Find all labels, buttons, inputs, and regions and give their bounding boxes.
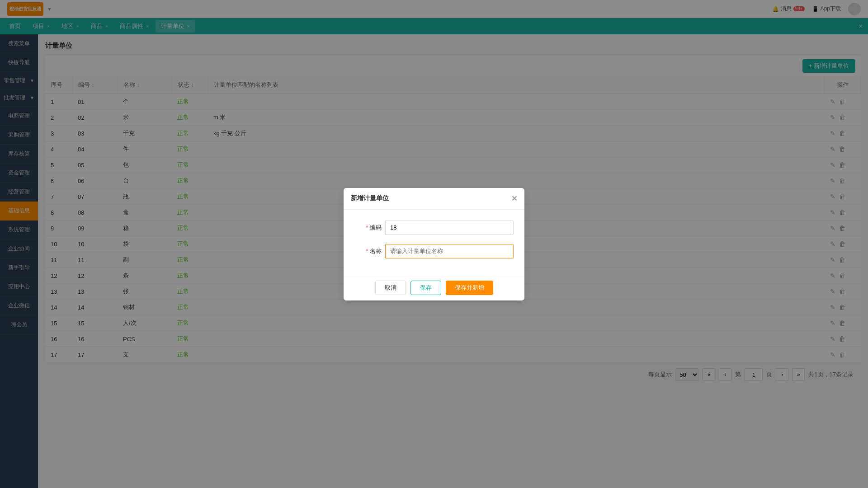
name-label: 名称 bbox=[354, 247, 382, 255]
save-button[interactable]: 保存 bbox=[410, 281, 441, 295]
code-input[interactable] bbox=[385, 221, 514, 235]
modal-add-unit: 新增计量单位 ✕ 编码 名称 取消 保存 保存并新增 bbox=[344, 188, 524, 300]
modal-footer: 取消 保存 保存并新增 bbox=[344, 275, 524, 300]
code-label: 编码 bbox=[354, 224, 382, 232]
form-item-code: 编码 bbox=[354, 221, 514, 235]
form-item-name: 名称 bbox=[354, 244, 514, 258]
modal-body: 编码 名称 bbox=[344, 210, 524, 275]
save-new-button[interactable]: 保存并新增 bbox=[446, 281, 493, 295]
modal-header: 新增计量单位 ✕ bbox=[344, 188, 524, 210]
modal-close-btn[interactable]: ✕ bbox=[511, 194, 517, 203]
name-input[interactable] bbox=[385, 244, 514, 258]
modal-overlay[interactable]: 新增计量单位 ✕ 编码 名称 取消 保存 保存并新增 bbox=[0, 0, 868, 488]
cancel-button[interactable]: 取消 bbox=[375, 281, 406, 295]
modal-title: 新增计量单位 bbox=[351, 194, 389, 202]
